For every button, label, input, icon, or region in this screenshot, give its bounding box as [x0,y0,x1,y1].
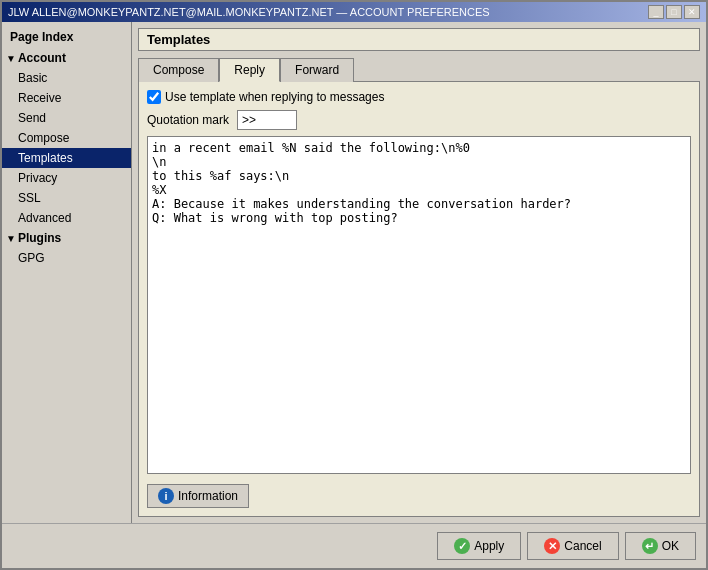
tab-reply[interactable]: Reply [219,58,280,82]
ok-button[interactable]: ↵ OK [625,532,696,560]
sidebar-item-ssl[interactable]: SSL [2,188,131,208]
sidebar-header: Page Index [2,26,131,48]
quotation-mark-input[interactable] [237,110,297,130]
sidebar-item-gpg[interactable]: GPG [2,248,131,268]
sidebar-section-account[interactable]: ▼ Account [2,48,131,68]
right-panel: Templates Compose Reply Forward Use temp… [132,22,706,523]
cancel-button[interactable]: ✕ Cancel [527,532,618,560]
use-template-label: Use template when replying to messages [165,90,384,104]
sidebar-item-advanced[interactable]: Advanced [2,208,131,228]
ok-icon: ↵ [642,538,658,554]
apply-icon: ✓ [454,538,470,554]
sidebar: Page Index ▼ Account Basic Receive Send … [2,22,132,523]
tab-forward[interactable]: Forward [280,58,354,82]
info-bar: i Information [147,484,691,508]
main-content: Page Index ▼ Account Basic Receive Send … [2,22,706,523]
cancel-label: Cancel [564,539,601,553]
sidebar-plugins-label: Plugins [18,231,61,245]
title-bar: JLW ALLEN@MONKEYPANTZ.NET@MAIL.MONKEYPAN… [2,2,706,22]
title-bar-buttons: _ □ ✕ [648,5,700,19]
sidebar-item-privacy[interactable]: Privacy [2,168,131,188]
main-window: JLW ALLEN@MONKEYPANTZ.NET@MAIL.MONKEYPAN… [0,0,708,570]
sidebar-item-receive[interactable]: Receive [2,88,131,108]
cancel-icon: ✕ [544,538,560,554]
tab-content: Use template when replying to messages Q… [138,81,700,517]
info-icon: i [158,488,174,504]
bottom-bar: ✓ Apply ✕ Cancel ↵ OK [2,523,706,568]
quotation-mark-label: Quotation mark [147,113,229,127]
expand-icon-plugins: ▼ [6,233,16,244]
apply-label: Apply [474,539,504,553]
window-title: JLW ALLEN@MONKEYPANTZ.NET@MAIL.MONKEYPAN… [8,6,490,18]
sidebar-item-compose[interactable]: Compose [2,128,131,148]
tab-compose[interactable]: Compose [138,58,219,82]
sidebar-account-label: Account [18,51,66,65]
quotation-mark-row: Quotation mark [147,110,691,130]
use-template-checkbox[interactable] [147,90,161,104]
sidebar-item-basic[interactable]: Basic [2,68,131,88]
maximize-button[interactable]: □ [666,5,682,19]
information-button-label: Information [178,489,238,503]
expand-icon-account: ▼ [6,53,16,64]
use-template-row: Use template when replying to messages [147,90,691,104]
tab-bar: Compose Reply Forward [138,57,700,81]
sidebar-item-templates[interactable]: Templates [2,148,131,168]
panel-title: Templates [138,28,700,51]
sidebar-item-send[interactable]: Send [2,108,131,128]
minimize-button[interactable]: _ [648,5,664,19]
sidebar-section-plugins[interactable]: ▼ Plugins [2,228,131,248]
template-textarea[interactable]: in a recent email %N said the following:… [147,136,691,474]
information-button[interactable]: i Information [147,484,249,508]
ok-label: OK [662,539,679,553]
close-button[interactable]: ✕ [684,5,700,19]
apply-button[interactable]: ✓ Apply [437,532,521,560]
